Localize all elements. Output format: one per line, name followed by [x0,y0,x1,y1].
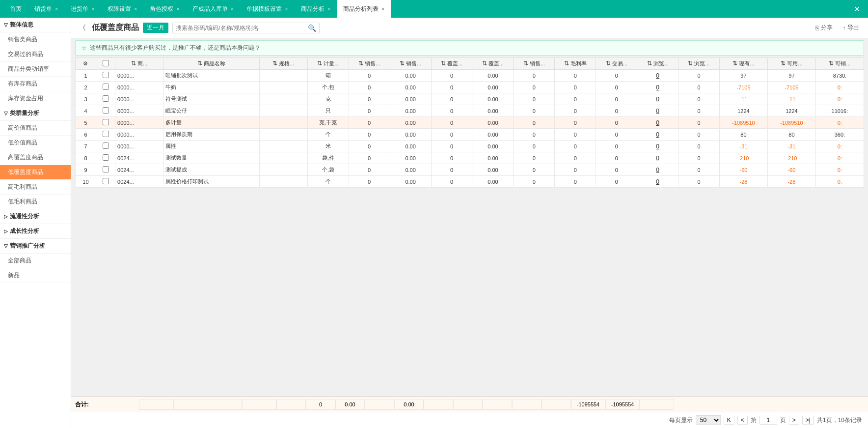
col-sales1[interactable]: ⇅ 销售... [349,58,390,70]
page-input[interactable] [760,416,777,425]
browse1-link[interactable]: 0 [656,84,659,91]
sidebar-item-high-margin[interactable]: 高毛利商品 [0,180,71,195]
share-button[interactable]: ⎘ 分享 [813,23,836,33]
browse1-link[interactable]: 0 [656,96,659,103]
collapse-button[interactable]: 《 [77,23,88,33]
page-size-select[interactable]: 50 100 200 [696,415,721,425]
browse1-link[interactable]: 0 [656,72,659,79]
first-page-button[interactable]: K [724,416,734,425]
col-sales3[interactable]: ⇅ 销售... [514,58,555,70]
sidebar-item-new-goods[interactable]: 新品 [0,268,71,283]
row-browse1[interactable]: 0 [637,141,678,152]
prev-page-button[interactable]: < [737,416,748,425]
nav-template[interactable]: 单据模板设置 × [241,0,294,18]
col-sales2[interactable]: ⇅ 销售... [390,58,431,70]
close-icon[interactable]: × [134,6,137,12]
browse1-link[interactable]: 0 [656,108,659,114]
row-name[interactable]: 测试提成 [163,164,260,176]
sidebar-item-category-rate[interactable]: 商品分类动销率 [0,62,71,77]
close-icon[interactable]: × [231,6,234,12]
sidebar-item-low-value[interactable]: 低价值商品 [0,136,71,150]
row-name[interactable]: 旺铺批次测试 [163,70,260,82]
col-cover1[interactable]: ⇅ 覆盖... [431,58,472,70]
row-browse1[interactable]: 0 [637,70,678,82]
row-browse1[interactable]: 0 [637,129,678,141]
col-code[interactable]: ⇅ 商... [115,58,163,70]
col-spec[interactable]: ⇅ 规格... [259,58,307,70]
nav-product-in[interactable]: 产成品入库单 × [187,0,240,18]
row-select-checkbox[interactable] [103,119,109,125]
row-checkbox[interactable] [96,70,115,82]
row-checkbox[interactable] [96,105,115,117]
nav-home[interactable]: 首页 [4,0,27,18]
row-select-checkbox[interactable] [103,154,109,161]
browse1-link[interactable]: 0 [656,119,659,126]
nav-role[interactable]: 角色授权 × [144,0,185,18]
row-name[interactable]: 测试数量 [163,152,260,164]
export-button[interactable]: ↑ 导出 [840,23,862,33]
nav-purchase[interactable]: 进货单 × [65,0,100,18]
row-checkbox[interactable] [96,152,115,164]
table-wrapper[interactable]: ⚙ ⇅ 商... ⇅ 商品名称 ⇅ 规格... ⇅ 计量... ⇅ 销售... … [71,57,868,396]
row-select-checkbox[interactable] [103,72,109,78]
nav-permission[interactable]: 权限设置 × [102,0,143,18]
row-checkbox[interactable] [96,176,115,188]
col-current[interactable]: ⇅ 现有... [720,58,768,70]
col-settings[interactable]: ⚙ [76,58,96,70]
close-icon[interactable]: × [91,6,94,12]
row-checkbox[interactable] [96,117,115,129]
browse1-link[interactable]: 0 [656,178,659,185]
col-gross[interactable]: ⇅ 毛利率 [555,58,596,70]
row-browse1[interactable]: 0 [637,82,678,93]
sidebar-section-overall[interactable]: ▽ 整体信息 [0,18,71,32]
row-select-checkbox[interactable] [103,178,109,184]
row-checkbox[interactable] [96,129,115,141]
browse1-link[interactable]: 0 [656,131,659,138]
row-name[interactable]: 符号测试 [163,93,260,105]
window-close-button[interactable]: ✕ [850,4,864,14]
row-select-checkbox[interactable] [103,143,109,149]
sidebar-item-all-goods[interactable]: 全部商品 [0,254,71,268]
close-icon[interactable]: × [55,6,58,12]
row-name[interactable]: 属性 [163,141,260,152]
col-available[interactable]: ⇅ 可用... [767,58,815,70]
sidebar-item-high-coverage[interactable]: 高覆盖度商品 [0,150,71,165]
sidebar-section-cluster[interactable]: ▽ 类群量分析 [0,106,71,121]
row-checkbox[interactable] [96,141,115,152]
row-checkbox[interactable] [96,164,115,176]
col-cover2[interactable]: ⇅ 覆盖... [472,58,514,70]
select-all-checkbox[interactable] [103,60,109,66]
row-browse1[interactable]: 0 [637,105,678,117]
sidebar-item-low-coverage[interactable]: 低覆盖度商品 [0,165,71,180]
sidebar-item-stock-goods[interactable]: 有库存商品 [0,77,71,91]
col-saleable[interactable]: ⇅ 可销... [815,58,864,70]
col-browse2[interactable]: ⇅ 浏览... [678,58,720,70]
nav-sales[interactable]: 销货单 × [28,0,64,18]
row-select-checkbox[interactable] [103,95,109,102]
col-unit[interactable]: ⇅ 计量... [307,58,349,70]
sidebar-section-marketing[interactable]: ▽ 营销推广分析 [0,239,71,254]
period-button[interactable]: 近一月 [143,23,168,33]
close-icon[interactable]: × [285,6,288,12]
col-checkbox[interactable] [96,58,115,70]
row-name[interactable]: 启用保质期 [163,129,260,141]
row-browse1[interactable]: 0 [637,164,678,176]
row-select-checkbox[interactable] [103,84,109,90]
sidebar-item-stock-capital[interactable]: 库存资金占用 [0,91,71,106]
col-trade[interactable]: ⇅ 交易... [596,58,637,70]
nav-product-analysis-list[interactable]: 商品分析列表 × [337,0,390,18]
sidebar-item-low-margin[interactable]: 低毛利商品 [0,195,71,209]
row-browse1[interactable]: 0 [637,152,678,164]
search-input[interactable] [176,25,308,31]
sidebar-section-growth[interactable]: ▷ 成长性分析 [0,224,71,239]
next-page-button[interactable]: > [789,416,799,425]
row-name[interactable]: 牛奶 [163,82,260,93]
sidebar-item-high-value[interactable]: 高价值商品 [0,121,71,136]
row-select-checkbox[interactable] [103,107,109,114]
close-icon[interactable]: × [381,6,384,12]
row-browse1[interactable]: 0 [637,93,678,105]
browse1-link[interactable]: 0 [656,143,659,150]
col-browse1[interactable]: ⇅ 浏览... [637,58,678,70]
close-icon[interactable]: × [176,6,179,12]
row-name[interactable]: 眠宝公仔 [163,105,260,117]
